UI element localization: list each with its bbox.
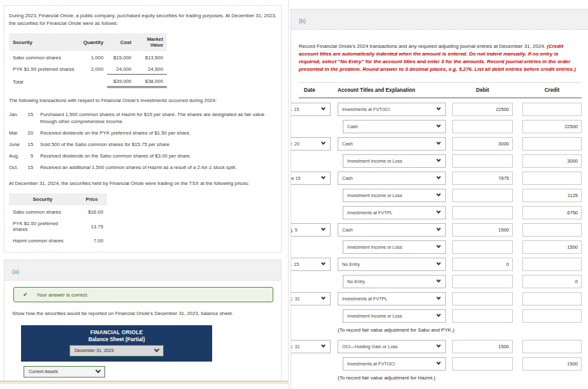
journal-credit-input[interactable] — [522, 258, 582, 271]
journal-credit-input[interactable] — [522, 206, 582, 219]
journal-account-select[interactable]: Investment Income or Loss — [343, 154, 446, 168]
journal-account-select[interactable]: No Entry — [338, 258, 446, 271]
journal-credit-input[interactable] — [522, 172, 582, 185]
journal-debit-input[interactable] — [452, 275, 513, 288]
holdings-cell: $15,000 — [107, 51, 135, 62]
chevron-down-icon — [321, 343, 326, 348]
transaction-month: Oct. — [9, 164, 24, 171]
journal-debit-input[interactable] — [452, 154, 513, 168]
journal-account-select[interactable]: Cash — [343, 120, 446, 133]
price-security: Sabo common shares — [9, 205, 76, 217]
journal-credit-input[interactable] — [522, 103, 582, 116]
journal-date-select[interactable]: June 15 — [290, 172, 331, 185]
checkmark-icon: ✔ — [23, 291, 28, 298]
journal-date-value: Dec. 31 — [290, 344, 300, 349]
journal-debit-input[interactable] — [452, 206, 513, 219]
chevron-down-icon — [436, 295, 441, 300]
journal-credit-input[interactable] — [522, 154, 582, 168]
transaction-description: Received an additional 1,500 common shar… — [40, 164, 276, 171]
journal-date-value: Mar. 20 — [290, 141, 299, 147]
prices-row: Hazmi common shares7.00 — [9, 234, 107, 246]
journal-row: Investment Income or Loss — [299, 189, 582, 202]
chevron-down-icon — [436, 158, 441, 162]
journal-credit-input[interactable] — [522, 120, 582, 133]
journal-credit-input[interactable] — [522, 223, 582, 237]
journal-account-select[interactable]: Investment Income or Loss — [343, 189, 446, 202]
journal-account-cell: Cash — [338, 223, 452, 237]
journal-debit-input[interactable] — [452, 137, 513, 150]
journal-account-value: Investments at FVTPL — [347, 210, 392, 216]
holdings-header-market-value: Market Value — [135, 33, 167, 51]
journal-row: Investment Income or Loss — [299, 309, 582, 323]
journal-date-cell — [299, 120, 338, 133]
journal-credit-input[interactable] — [522, 189, 582, 202]
prices-intro: At December 31, 2024, the securities hel… — [9, 180, 276, 187]
journal-date-cell: June 15 — [299, 172, 338, 185]
journal-row: No Entry — [299, 275, 582, 288]
chevron-down-icon — [436, 192, 441, 196]
journal-credit-input[interactable] — [522, 137, 582, 150]
journal-date-select[interactable]: Dec. 31 — [290, 292, 331, 305]
part-b-header: (b) — [291, 10, 588, 30]
holdings-row: PYK $1.50 preferred shares2,00024,00024,… — [9, 62, 167, 75]
journal-date-value: June 15 — [290, 175, 301, 181]
balance-sheet-section-value: Current Assets — [29, 369, 58, 374]
horizontal-scrollbar[interactable] — [0, 381, 288, 384]
chevron-down-icon — [154, 346, 159, 351]
journal-date-cell — [299, 275, 338, 288]
price-security: Hazmi common shares — [9, 234, 76, 246]
chevron-down-icon — [436, 278, 441, 283]
journal-account-select[interactable]: Investment Income or Loss — [343, 309, 446, 323]
success-banner: ✔ Your answer is correct. — [13, 287, 273, 302]
journal-account-select[interactable]: OCI—Holding Gain or Loss — [338, 340, 446, 353]
journal-account-select[interactable]: Cash — [338, 137, 446, 150]
balance-sheet-date-value: December 31, 2023 — [75, 348, 113, 353]
journal-date-select[interactable]: Oct. 15 — [290, 258, 331, 271]
journal-credit-input[interactable] — [522, 292, 582, 305]
holdings-cell: $39,000 — [107, 75, 135, 87]
journal-row: Investments at FVTOCI — [299, 357, 582, 371]
journal-account-select[interactable]: Investments at FVTOCI — [343, 357, 446, 371]
holdings-header-quantity: Quantity — [80, 33, 108, 51]
journal-credit-input[interactable] — [522, 340, 582, 353]
journal-account-select[interactable]: Cash — [338, 172, 446, 185]
journal-account-select[interactable]: Investment Income or Loss — [343, 240, 446, 254]
journal-date-select[interactable]: Jan. 15 — [290, 103, 331, 116]
journal-credit-input[interactable] — [522, 309, 582, 323]
journal-account-select[interactable]: Investments at FVTPL — [343, 206, 446, 219]
journal-account-value: Cash — [347, 124, 358, 129]
journal-credit-input[interactable] — [522, 275, 582, 288]
journal-date-select[interactable]: Aug. 5 — [290, 223, 331, 237]
journal-date-select[interactable]: Mar. 20 — [290, 137, 331, 150]
journal-account-select[interactable]: No Entry — [343, 275, 446, 288]
journal-account-select[interactable]: Cash — [338, 223, 446, 237]
journal-debit-input[interactable] — [452, 189, 513, 202]
journal-account-select[interactable]: Investments at FVTPL — [338, 292, 446, 305]
journal-account-value: Investment Income or Loss — [347, 158, 402, 164]
journal-debit-input[interactable] — [452, 240, 513, 254]
journal-debit-input[interactable] — [452, 172, 513, 185]
chevron-down-icon — [321, 175, 326, 179]
journal-debit-input[interactable] — [452, 120, 513, 133]
holdings-cell: PYK $1.50 preferred shares — [9, 62, 80, 75]
chevron-down-icon — [321, 261, 326, 265]
journal-debit-input[interactable] — [452, 223, 513, 237]
journal-debit-input[interactable] — [452, 292, 513, 305]
journal-debit-input[interactable] — [452, 258, 513, 271]
journal-date-cell — [299, 154, 338, 168]
journal-debit-input[interactable] — [452, 340, 513, 353]
journal-credit-input[interactable] — [522, 357, 582, 371]
journal-date-cell — [299, 309, 338, 323]
price-value: 7.00 — [76, 234, 107, 246]
journal-account-select[interactable]: Investments at FVTOCI — [338, 103, 446, 116]
journal-debit-input[interactable] — [452, 357, 513, 371]
balance-sheet-section-select[interactable]: Current Assets — [24, 366, 105, 378]
journal-debit-input[interactable] — [452, 103, 513, 116]
journal-date-select[interactable]: Dec. 31 — [290, 340, 331, 353]
journal-debit-input[interactable] — [452, 309, 513, 323]
journal-date-value: Jan. 15 — [290, 106, 299, 112]
journal-credit-input[interactable] — [522, 240, 582, 254]
chevron-down-icon — [96, 367, 101, 372]
balance-sheet-date-select[interactable]: December 31, 2023 — [69, 345, 164, 356]
holdings-cell: 24,500 — [135, 62, 167, 75]
